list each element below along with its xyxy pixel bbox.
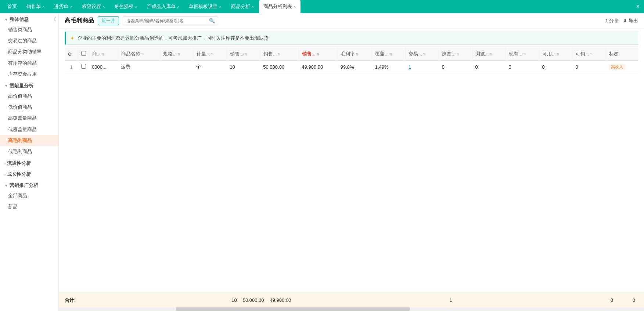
close-tab-product-stock[interactable]: ×: [177, 4, 179, 9]
sort-icon-sales-amount: ⇅: [278, 52, 281, 56]
window-close-icon[interactable]: ×: [636, 3, 640, 10]
share-icon: ⤴: [605, 18, 608, 23]
col-margin-rate[interactable]: 毛利率 ⇅: [338, 48, 372, 61]
sidebar-group-overall[interactable]: ▼ 整体信息: [0, 13, 58, 24]
group-arrow-contribution: ▼: [4, 84, 8, 88]
sort-icon-available: ⇅: [557, 52, 560, 56]
sidebar-item-low-value[interactable]: 低价值商品: [0, 102, 58, 113]
row-sales-amount: 50,000.00: [260, 61, 299, 73]
content-header: 高毛利商品 近一月 🔍 ⤴ 分享 ⬇ 导出: [59, 13, 644, 29]
sort-icon-saleable: ⇅: [590, 52, 593, 56]
filter-recent-month-button[interactable]: 近一月: [98, 16, 119, 25]
sidebar-item-sales-goods[interactable]: 销售类商品: [0, 24, 58, 35]
sort-icon-trade: ⇅: [423, 52, 426, 56]
close-tab-template[interactable]: ×: [219, 4, 221, 9]
nav-tab-permission[interactable]: 权限设置 ×: [78, 0, 109, 13]
nav-tab-analysis[interactable]: 商品分析 ×: [227, 0, 258, 13]
col-current-stock[interactable]: 现有... ⇅: [506, 48, 539, 61]
search-input[interactable]: [126, 18, 207, 23]
header-actions: ⤴ 分享 ⬇ 导出: [605, 18, 638, 24]
sidebar-item-high-value[interactable]: 高价值商品: [0, 91, 58, 102]
sidebar-collapse-button[interactable]: 《: [51, 16, 56, 23]
nav-tab-role[interactable]: 角色授权 ×: [110, 0, 141, 13]
sidebar-group-contribution[interactable]: ▼ 贡献量分析: [0, 80, 58, 91]
sort-icon-sales-count: ⇅: [244, 52, 247, 56]
export-icon: ⬇: [623, 18, 627, 23]
footer-summary: 合计: 10 50,000.00 49,900.00 1 0 0: [59, 293, 644, 307]
data-table: ⚙ 商... ⇅ 商品名称: [65, 48, 638, 73]
footer-sales-amount: 50,000.00: [240, 297, 267, 303]
row-tag-badge: 高收入: [609, 64, 625, 70]
nav-tab-home[interactable]: 首页: [3, 0, 21, 13]
sidebar-item-new-goods[interactable]: 新品: [0, 201, 58, 212]
sidebar-group-circulation[interactable]: › 流通性分析: [0, 157, 58, 168]
close-tab-analysis-list[interactable]: ×: [294, 4, 296, 9]
row-browse2: 0: [472, 61, 506, 73]
footer-available: 0: [616, 297, 638, 303]
col-sales-profit[interactable]: 销售... ⇅: [299, 48, 338, 61]
sort-icon-browse1: ⇅: [456, 52, 459, 56]
sidebar-item-category-rate[interactable]: 商品分类助销率: [0, 46, 58, 57]
sidebar-item-low-coverage[interactable]: 低覆盖量商品: [0, 124, 58, 135]
table-container[interactable]: ⚙ 商... ⇅ 商品名称: [59, 48, 644, 293]
col-spec[interactable]: 规格... ⇅: [160, 48, 193, 61]
sidebar-item-traded-goods[interactable]: 交易过的商品: [0, 35, 58, 46]
export-button[interactable]: ⬇ 导出: [623, 18, 638, 24]
col-sales-count[interactable]: 销售... ⇅: [227, 48, 260, 61]
sidebar-item-all-goods[interactable]: 全部商品: [0, 190, 58, 201]
col-tag[interactable]: 标签: [606, 48, 638, 61]
footer-sales-profit: 49,900.00: [267, 297, 294, 303]
sidebar-item-low-margin[interactable]: 低毛利商品: [0, 146, 58, 157]
sidebar-group-growth[interactable]: › 成长性分析: [0, 168, 58, 179]
footer-label: 合计:: [65, 297, 76, 304]
col-available[interactable]: 可用... ⇅: [539, 48, 573, 61]
col-saleable[interactable]: 可销... ⇅: [572, 48, 606, 61]
col-name[interactable]: 商品名称 ⇅: [118, 48, 160, 61]
search-box: 🔍: [123, 17, 218, 25]
sidebar-group-marketing[interactable]: ▼ 营销推广分析: [0, 179, 58, 190]
close-tab-permission[interactable]: ×: [102, 4, 105, 9]
sidebar: 《 ▼ 整体信息 销售类商品 交易过的商品 商品分类助销率 有库存的商品 库存资…: [0, 13, 59, 311]
bottom-scrollbar[interactable]: [59, 307, 644, 311]
close-tab-role[interactable]: ×: [135, 4, 137, 9]
footer-sales-count: 10: [218, 297, 240, 303]
footer-trade: 1: [433, 297, 455, 303]
col-code[interactable]: 商... ⇅: [89, 48, 118, 61]
row-checkbox[interactable]: [81, 64, 86, 69]
search-icon[interactable]: 🔍: [209, 18, 215, 23]
col-trade[interactable]: 交易... ⇅: [406, 48, 439, 61]
close-tab-analysis[interactable]: ×: [252, 4, 254, 9]
row-sales-profit: 49,900.00: [299, 61, 338, 73]
row-available: 0: [539, 61, 573, 73]
col-sales-amount[interactable]: 销售... ⇅: [260, 48, 299, 61]
group-arrow-circulation: ›: [4, 162, 6, 166]
sort-icon-current-stock: ⇅: [523, 52, 526, 56]
row-trade-link[interactable]: 1: [409, 64, 411, 70]
col-browse1[interactable]: 浏览... ⇅: [439, 48, 472, 61]
sidebar-item-high-coverage[interactable]: 高覆盖量商品: [0, 113, 58, 124]
select-all-checkbox[interactable]: [81, 51, 86, 56]
row-browse1: 0: [439, 61, 472, 73]
sort-icon-name: ⇅: [141, 52, 144, 56]
col-unit[interactable]: 计量... ⇅: [193, 48, 227, 61]
row-name: 运费: [118, 61, 160, 73]
nav-tab-purchase[interactable]: 进货单 ×: [50, 0, 76, 13]
sort-icon-code: ⇅: [101, 52, 104, 56]
nav-tab-analysis-list[interactable]: 商品分析列表 ×: [259, 0, 300, 13]
close-tab-sales[interactable]: ×: [42, 4, 44, 9]
col-coverage[interactable]: 覆盖... ⇅: [372, 48, 406, 61]
sidebar-item-high-margin[interactable]: 高毛利商品: [0, 135, 58, 146]
share-button[interactable]: ⤴ 分享: [605, 18, 619, 24]
sidebar-item-stock-capital[interactable]: 库存资金占用: [0, 69, 58, 80]
col-settings[interactable]: ⚙: [65, 48, 78, 61]
col-browse2[interactable]: 浏览... ⇅: [472, 48, 506, 61]
sidebar-item-stocked-goods[interactable]: 有库存的商品: [0, 58, 58, 69]
row-code: 0000...: [89, 61, 118, 73]
sort-icon-sales-profit: ⇅: [316, 52, 319, 56]
nav-tab-template[interactable]: 单据模板设置 ×: [184, 0, 226, 13]
nav-tab-sales[interactable]: 销售单 ×: [22, 0, 49, 13]
close-tab-purchase[interactable]: ×: [70, 4, 72, 9]
sort-icon-coverage: ⇅: [389, 52, 392, 56]
top-nav: 首页 销售单 × 进货单 × 权限设置 × 角色授权 × 产成品入库单 × 单据…: [0, 0, 644, 13]
nav-tab-product-stock[interactable]: 产成品入库单 ×: [143, 0, 184, 13]
